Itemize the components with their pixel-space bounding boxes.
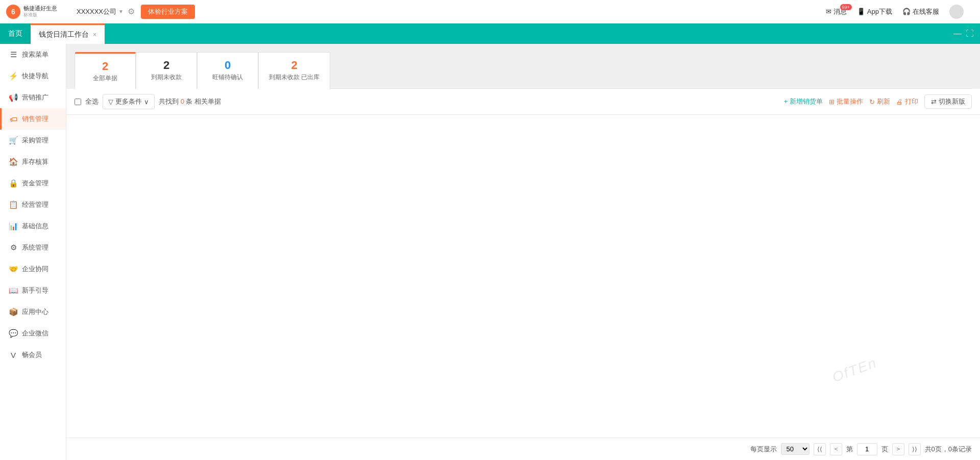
sidebar-label-operations: 经营管理: [22, 200, 48, 209]
sidebar-item-enterprise[interactable]: 🤝 企业协同: [0, 258, 66, 280]
purchase-icon: 🛒: [9, 136, 18, 145]
filter-label: 更多条件: [115, 97, 142, 106]
sidebar-label-guide: 新手引导: [22, 286, 48, 295]
company-selector[interactable]: XXXXXX公司 ▼: [77, 7, 124, 16]
tab-home[interactable]: 首页: [0, 23, 31, 44]
logo: 6 畅捷通好生意 标准版: [6, 5, 72, 19]
sidebar-label-quicknav: 快捷导航: [22, 71, 48, 81]
app-center-icon: 📦: [9, 307, 18, 317]
toolbar-right: + 新增销货单 ⊞ 批量操作 ↻ 刷新 🖨 打印 ⇄ 切换新版: [784, 94, 972, 109]
sidebar-item-operations[interactable]: 📋 经营管理: [0, 194, 66, 215]
stats-tab-overdue[interactable]: 2 到期未收款: [136, 52, 197, 89]
filter-button[interactable]: ▽ 更多条件 ∨: [103, 94, 155, 109]
stats-tabs: 2 全部单据 2 到期未收款 0 旺铺待确认 2 到期未收款 已出库: [66, 44, 980, 89]
quick-nav-icon: ⚡: [9, 71, 18, 81]
stat-number-all: 2: [85, 60, 125, 73]
chevron-down-icon: ▼: [118, 9, 124, 14]
batch-operations-button[interactable]: ⊞ 批量操作: [829, 97, 863, 106]
switch-label: 切换新版: [939, 97, 965, 106]
stat-label-all: 全部单据: [85, 74, 125, 83]
next-page-button[interactable]: ＞: [892, 443, 904, 455]
wechat-icon: 💬: [9, 329, 18, 338]
sidebar-item-vip[interactable]: V 畅会员: [0, 344, 66, 366]
basic-info-icon: 📊: [9, 222, 18, 231]
found-prefix: 共找到: [159, 98, 179, 105]
stat-number-shipped: 2: [269, 59, 320, 72]
stat-label-overdue: 到期未收款: [146, 73, 186, 82]
sidebar-item-app-center[interactable]: 📦 应用中心: [0, 301, 66, 323]
header: 6 畅捷通好生意 标准版 XXXXXX公司 ▼ ⚙ 体验行业方案 ✉ 消息 99…: [0, 0, 980, 23]
stats-tab-all[interactable]: 2 全部单据: [75, 52, 136, 89]
switch-icon: ⇄: [931, 98, 937, 106]
maximize-icon[interactable]: ⛶: [966, 29, 974, 38]
batch-label: 批量操作: [837, 97, 863, 106]
sidebar-item-finance[interactable]: 🔒 资金管理: [0, 173, 66, 194]
print-icon: 🖨: [896, 98, 903, 106]
per-page-select[interactable]: 50 100 200: [781, 443, 810, 455]
last-page-button[interactable]: ⟩⟩: [909, 443, 921, 455]
per-page-label: 每页显示: [750, 445, 777, 454]
mobile-icon: 📱: [857, 8, 865, 15]
sidebar-label-wechat: 企业微信: [22, 329, 48, 338]
sidebar-item-purchase[interactable]: 🛒 采购管理: [0, 130, 66, 151]
sidebar-item-basic-info[interactable]: 📊 基础信息: [0, 215, 66, 237]
sales-icon: 🏷: [9, 115, 18, 124]
settings-icon[interactable]: ⚙: [128, 7, 135, 16]
select-all-checkbox[interactable]: [75, 99, 81, 105]
avatar[interactable]: [949, 5, 964, 19]
app-download-button[interactable]: 📱 App下载: [857, 7, 892, 16]
system-icon: ⚙: [9, 243, 18, 252]
sidebar-item-inventory[interactable]: 🏠 库存核算: [0, 151, 66, 173]
sidebar-item-guide[interactable]: 📖 新手引导: [0, 280, 66, 301]
sidebar-label-system: 系统管理: [22, 243, 48, 252]
found-suffix: 相关单据: [194, 98, 221, 105]
sidebar-label-app-center: 应用中心: [22, 307, 48, 317]
refresh-button[interactable]: ↻ 刷新: [869, 97, 890, 106]
logo-text: 畅捷通好生意: [23, 5, 57, 12]
batch-icon: ⊞: [829, 98, 835, 106]
stat-number-overdue: 2: [146, 59, 186, 72]
trial-button[interactable]: 体验行业方案: [141, 5, 195, 19]
message-button[interactable]: ✉ 消息 99+: [826, 7, 847, 16]
stat-label-wangpu: 旺铺待确认: [208, 73, 248, 82]
minimize-icon[interactable]: —: [953, 29, 962, 38]
sidebar-item-system[interactable]: ⚙ 系统管理: [0, 237, 66, 258]
tab-daily-work[interactable]: 钱货日清工作台 ×: [31, 23, 105, 44]
stats-tab-wangpu[interactable]: 0 旺铺待确认: [197, 52, 258, 89]
sidebar-label-vip: 畅会员: [22, 350, 42, 359]
switch-version-button[interactable]: ⇄ 切换新版: [924, 94, 972, 109]
sidebar-label-purchase: 采购管理: [22, 136, 48, 145]
page-input[interactable]: [857, 443, 877, 455]
first-page-button[interactable]: ⟨⟨: [814, 443, 826, 455]
page-label-suffix: 页: [881, 445, 888, 454]
pagination-bar: 每页显示 50 100 200 ⟨⟨ ＜ 第 页 ＞ ⟩⟩ 共0页，0条记录: [66, 438, 980, 460]
tabbar-spacer: [105, 23, 947, 44]
sidebar-item-wechat[interactable]: 💬 企业微信: [0, 323, 66, 344]
online-service-button[interactable]: 🎧 在线客服: [902, 7, 939, 16]
sidebar-item-marketing[interactable]: 📢 营销推广: [0, 87, 66, 108]
total-label: 共0页，0条记录: [925, 445, 972, 454]
print-button[interactable]: 🖨 打印: [896, 97, 918, 106]
logo-icon: 6: [6, 5, 20, 19]
filter-icon: ▽: [108, 98, 113, 106]
enterprise-icon: 🤝: [9, 264, 18, 274]
add-sales-order-button[interactable]: + 新增销货单: [784, 97, 823, 106]
print-label: 打印: [905, 97, 918, 106]
sidebar-item-quicknav[interactable]: ⚡ 快捷导航: [0, 65, 66, 87]
stats-tab-shipped[interactable]: 2 到期未收款 已出库: [258, 52, 330, 89]
sidebar-item-sales[interactable]: 🏷 销售管理: [0, 108, 66, 130]
sidebar-label-inventory: 库存核算: [22, 157, 48, 166]
close-icon[interactable]: ×: [93, 31, 96, 38]
refresh-label: 刷新: [877, 97, 890, 106]
vip-icon: V: [9, 351, 18, 359]
select-all-label: 全选: [85, 97, 99, 106]
stat-label-shipped: 到期未收款 已出库: [269, 73, 320, 82]
inventory-icon: 🏠: [9, 157, 18, 166]
stat-number-wangpu: 0: [208, 59, 248, 72]
tabbar-actions: — ⛶: [947, 23, 980, 44]
prev-page-button[interactable]: ＜: [830, 443, 842, 455]
marketing-icon: 📢: [9, 93, 18, 102]
guide-icon: 📖: [9, 286, 18, 295]
sidebar-item-search[interactable]: ☰ 搜索菜单: [0, 44, 66, 65]
logo-badge: 标准版: [23, 12, 57, 18]
